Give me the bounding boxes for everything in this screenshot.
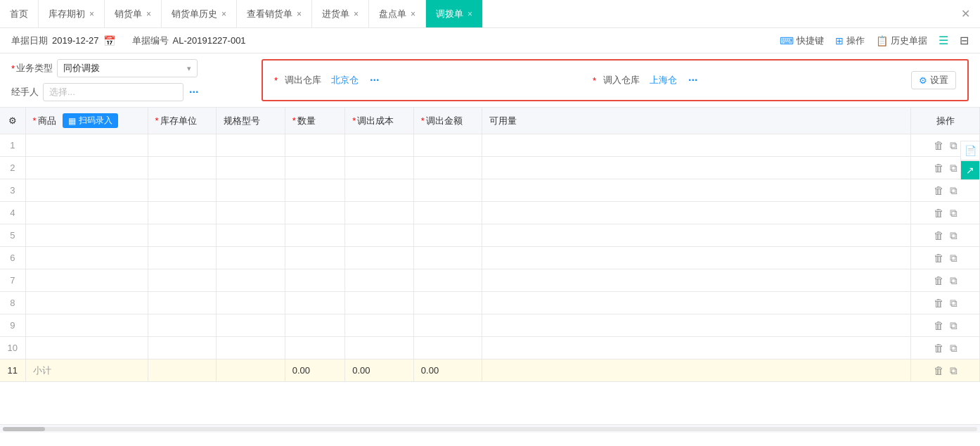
amount-cell-9[interactable] [413,314,482,337]
close-tab-1[interactable]: × [89,9,94,19]
qty-cell-4[interactable] [285,202,344,224]
copy-row-btn-11[interactable]: ⧉ [950,364,958,377]
row-num-6: 6 [0,247,25,269]
business-type-select[interactable]: 同价调拨 ▾ [57,59,198,77]
product-cell-8[interactable] [25,292,148,314]
copy-row-btn-6[interactable]: ⧉ [950,252,958,265]
out-warehouse-value: 北京仓 [331,74,359,87]
qty-cell-9[interactable] [285,314,344,337]
delete-row-btn-8[interactable]: 🗑 [934,297,944,309]
amount-cell-4[interactable] [413,202,482,224]
close-tab-5[interactable]: × [354,9,359,19]
cost-cell-3[interactable] [345,179,414,202]
operations-btn[interactable]: ⊞ 操作 [835,34,865,47]
float-expand-btn[interactable]: ↗ [960,160,980,180]
product-cell-5[interactable] [25,224,148,247]
amount-cell-3[interactable] [413,179,482,202]
qty-cell-8[interactable] [285,292,344,314]
cost-cell-1[interactable] [345,134,414,157]
tab-inventory-init[interactable]: 库存期初 × [39,0,105,28]
person-select[interactable]: 选择... [43,83,183,101]
delete-row-btn-6[interactable]: 🗑 [934,252,944,264]
amount-cell-8[interactable] [413,292,482,314]
view-toggle-grid[interactable]: ⊟ [960,34,969,47]
close-tab-2[interactable]: × [146,9,151,19]
delete-row-btn-1[interactable]: 🗑 [934,139,944,151]
product-cell-4[interactable] [25,202,148,224]
delete-row-btn-11[interactable]: 🗑 [934,364,944,376]
cost-cell-2[interactable] [345,157,414,179]
tab-purchase[interactable]: 进货单 × [312,0,369,28]
cost-cell-5[interactable] [345,224,414,247]
cost-cell-8[interactable] [345,292,414,314]
cost-cell-7[interactable] [345,269,414,292]
copy-row-btn-4[interactable]: ⧉ [950,207,958,219]
cost-cell-6[interactable] [345,247,414,269]
cost-cell-10[interactable] [345,337,414,359]
qty-cell-2[interactable] [285,157,344,179]
copy-row-btn-3[interactable]: ⧉ [950,184,958,197]
shortcuts-btn[interactable]: ⌨ 快捷键 [780,34,824,47]
copy-row-btn-7[interactable]: ⧉ [950,274,958,287]
delete-row-btn-2[interactable]: 🗑 [934,162,944,174]
tab-home[interactable]: 首页 [0,0,39,28]
close-tab-7[interactable]: × [468,9,472,19]
close-tab-3[interactable]: × [221,9,226,19]
in-warehouse-more-btn[interactable]: ··· [688,74,697,87]
product-cell-2[interactable] [25,157,148,179]
delete-row-btn-5[interactable]: 🗑 [934,229,944,241]
amount-cell-2[interactable] [413,157,482,179]
amount-cell-7[interactable] [413,269,482,292]
col-setting-header[interactable]: ⚙ [0,108,25,134]
float-doc-btn[interactable]: 📄 [960,141,980,160]
copy-row-btn-10[interactable]: ⧉ [950,342,958,355]
product-cell-7[interactable] [25,269,148,292]
out-warehouse-more-btn[interactable]: ··· [370,74,379,87]
tab-sales-order[interactable]: 销货单 × [105,0,162,28]
cost-cell-9[interactable] [345,314,414,337]
amount-cell-10[interactable] [413,337,482,359]
product-cell-9[interactable] [25,314,148,337]
qty-cell-1[interactable] [285,134,344,157]
delete-row-btn-4[interactable]: 🗑 [934,207,944,219]
close-tab-4[interactable]: × [297,9,302,19]
amount-cell-6[interactable] [413,247,482,269]
settings-button[interactable]: ⚙ 设置 [911,71,956,89]
qty-cell-3[interactable] [285,179,344,202]
copy-row-btn-1[interactable]: ⧉ [950,139,958,152]
delete-row-btn-3[interactable]: 🗑 [934,184,944,196]
history-btn[interactable]: 📋 历史单据 [876,34,927,47]
copy-row-btn-2[interactable]: ⧉ [950,162,958,174]
cost-cell-4[interactable] [345,202,414,224]
tab-view-sales[interactable]: 查看销货单 × [237,0,312,28]
product-cell-10[interactable] [25,337,148,359]
date-value[interactable]: 2019-12-27 [52,35,99,46]
close-tab-6[interactable]: × [411,9,415,19]
qty-cell-10[interactable] [285,337,344,359]
tab-transfer[interactable]: 调拨单 × [426,0,483,28]
qty-cell-7[interactable] [285,269,344,292]
scroll-thumb[interactable] [3,427,45,431]
copy-row-btn-8[interactable]: ⧉ [950,297,958,310]
product-cell-1[interactable] [25,134,148,157]
delete-row-btn-7[interactable]: 🗑 [934,274,944,286]
amount-cell-1[interactable] [413,134,482,157]
cost-cell-11: 0.00 [345,359,414,382]
tab-sales-history[interactable]: 销货单历史 × [162,0,237,28]
copy-row-btn-5[interactable]: ⧉ [950,229,958,242]
person-more-btn[interactable]: ··· [189,86,198,98]
calendar-icon[interactable]: 📅 [103,35,115,46]
qty-cell-5[interactable] [285,224,344,247]
product-cell-3[interactable] [25,179,148,202]
scan-button[interactable]: ▦ 扫码录入 [63,113,118,128]
delete-row-btn-9[interactable]: 🗑 [934,319,944,331]
amount-cell-5[interactable] [413,224,482,247]
product-cell-6[interactable] [25,247,148,269]
copy-row-btn-9[interactable]: ⧉ [950,319,958,332]
close-all-tabs[interactable]: ✕ [951,7,980,20]
qty-cell-6[interactable] [285,247,344,269]
view-toggle-list[interactable]: ☰ [939,34,948,47]
delete-row-btn-10[interactable]: 🗑 [934,342,944,354]
tab-stocktake[interactable]: 盘点单 × [369,0,426,28]
horizontal-scrollbar[interactable] [0,424,980,433]
